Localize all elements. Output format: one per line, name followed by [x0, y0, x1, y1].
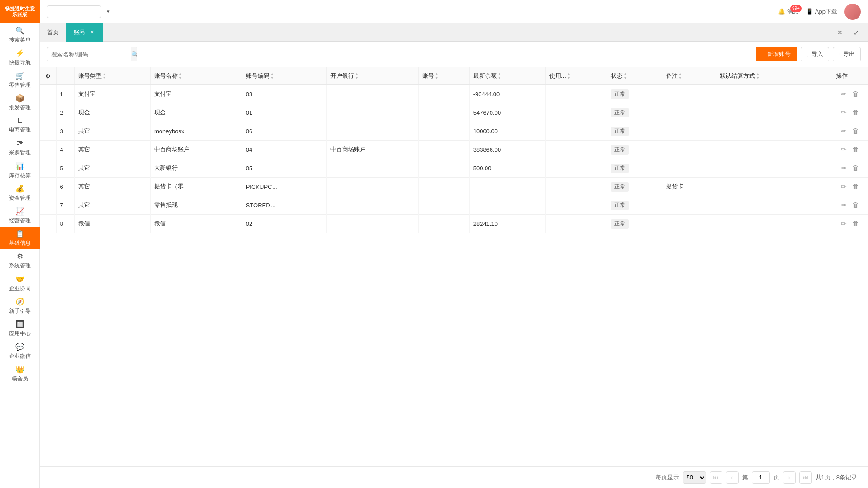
col-name[interactable]: 账号名称 ▲▼: [150, 67, 242, 85]
sort-balance[interactable]: ▲▼: [498, 72, 501, 80]
close-tab-button[interactable]: ✕: [834, 26, 846, 39]
add-account-button[interactable]: + 新增账号: [756, 47, 797, 61]
sidebar-item-wholesale-mgmt[interactable]: 📦 批发管理: [0, 91, 40, 114]
tab-controls: ✕ ⤢: [834, 26, 868, 39]
app-download-label: App下载: [815, 8, 837, 16]
sidebar-item-retail-mgmt[interactable]: 🛒 零售管理: [0, 69, 40, 91]
col-account[interactable]: 账号 ▲▼: [418, 67, 469, 85]
last-page-button[interactable]: ⏭: [799, 471, 812, 484]
row-actions: ✏ 🗑: [832, 85, 868, 103]
col-bank[interactable]: 开户银行 ▲▼: [327, 67, 419, 85]
edit-button[interactable]: ✏: [839, 126, 849, 136]
app-download-button[interactable]: 📱 App下载: [806, 8, 837, 16]
delete-button[interactable]: 🗑: [850, 182, 861, 191]
sidebar-item-member[interactable]: 👑 畅会员: [0, 362, 40, 385]
sidebar-item-inventory[interactable]: 📊 库存核算: [0, 159, 40, 182]
sidebar-item-label: 经营管理: [9, 217, 31, 225]
user-avatar[interactable]: [844, 4, 861, 20]
table-row: 3 其它 moneybosx 06 10000.00 正常 ✏ 🗑: [40, 122, 868, 141]
search-icon: 🔍: [131, 51, 137, 58]
import-button[interactable]: ↓ 导入: [801, 47, 829, 61]
sidebar-item-label: 资金管理: [9, 194, 31, 202]
sort-status[interactable]: ▲▼: [623, 72, 627, 80]
edit-button[interactable]: ✏: [839, 219, 849, 229]
delete-button[interactable]: 🗑: [850, 219, 861, 228]
search-button[interactable]: 🔍: [131, 47, 137, 61]
delete-button[interactable]: 🗑: [850, 163, 861, 173]
page-input[interactable]: [752, 471, 770, 484]
first-page-button[interactable]: ⏮: [710, 471, 722, 484]
row-remark: [662, 215, 716, 233]
sidebar-item-operations-mgmt[interactable]: 📈 经营管理: [0, 204, 40, 227]
search-input[interactable]: [47, 51, 131, 58]
topbar-search-input[interactable]: [47, 5, 101, 18]
sidebar-item-ecommerce-mgmt[interactable]: 🖥 电商管理: [0, 114, 40, 136]
edit-button[interactable]: ✏: [839, 182, 849, 192]
app-center-icon: 🔲: [15, 320, 24, 328]
next-page-button[interactable]: ›: [783, 471, 796, 484]
row-usage: [546, 159, 607, 178]
sort-account[interactable]: ▲▼: [435, 72, 439, 80]
topbar-dropdown[interactable]: ▾: [107, 8, 110, 15]
sort-remark[interactable]: ▲▼: [679, 72, 682, 80]
expand-tab-button[interactable]: ⤢: [850, 26, 863, 39]
row-code: 02: [242, 215, 326, 233]
topbar-left: ▾: [47, 5, 110, 18]
edit-button[interactable]: ✏: [839, 145, 849, 155]
sort-usage[interactable]: ▲▼: [567, 72, 571, 80]
delete-button[interactable]: 🗑: [850, 89, 861, 99]
edit-button[interactable]: ✏: [839, 200, 849, 210]
tab-account-close[interactable]: ✕: [88, 29, 95, 36]
sidebar-item-quick-nav[interactable]: ⚡ 快捷导航: [0, 46, 40, 69]
sort-code[interactable]: ▲▼: [270, 72, 274, 80]
sidebar-item-enterprise-wechat[interactable]: 💬 企业微信: [0, 340, 40, 362]
tab-home[interactable]: 首页: [40, 23, 66, 42]
sidebar-item-label: 搜索菜单: [9, 36, 31, 44]
col-usage[interactable]: 使用... ▲▼: [546, 67, 607, 85]
sidebar-item-enterprise-agreement[interactable]: 🤝 企业协同: [0, 272, 40, 295]
col-status[interactable]: 状态 ▲▼: [607, 67, 662, 85]
row-seq: 4: [56, 141, 74, 159]
row-default-settlement: [716, 159, 832, 178]
col-balance[interactable]: 最新余额 ▲▼: [469, 67, 545, 85]
sidebar-item-beginner-guide[interactable]: 🧭 新手引导: [0, 295, 40, 317]
row-seq: 8: [56, 215, 74, 233]
delete-button[interactable]: 🗑: [850, 200, 861, 210]
sidebar-item-system-mgmt[interactable]: ⚙ 系统管理: [0, 249, 40, 272]
export-label: 导出: [843, 50, 855, 58]
edit-button[interactable]: ✏: [839, 89, 849, 99]
gear-icon[interactable]: ⚙: [45, 73, 51, 80]
message-button[interactable]: 🔔 消息 99+: [778, 8, 799, 16]
sort-bank[interactable]: ▲▼: [355, 72, 359, 80]
per-page-select[interactable]: 50 100 200: [683, 471, 706, 484]
col-code[interactable]: 账号编码 ▲▼: [242, 67, 326, 85]
tab-account[interactable]: 账号 ✕: [66, 23, 103, 42]
col-default-settlement[interactable]: 默认结算方式 ▲▼: [716, 67, 832, 85]
sidebar-item-purchase-mgmt[interactable]: 🛍 采购管理: [0, 136, 40, 159]
row-actions: ✏ 🗑: [832, 122, 868, 141]
col-remark[interactable]: 备注 ▲▼: [662, 67, 716, 85]
sidebar-item-search-menu[interactable]: 🔍 搜索菜单: [0, 23, 40, 46]
sort-settlement[interactable]: ▲▼: [756, 72, 760, 80]
topbar: ▾ 🔔 消息 99+ 📱 App下载: [40, 0, 868, 23]
row-type: 微信: [74, 215, 150, 233]
row-account: [418, 196, 469, 215]
table-wrapper: ⚙ 账号类型 ▲▼ 账号名称 ▲▼: [40, 67, 868, 466]
delete-button[interactable]: 🗑: [850, 108, 861, 117]
sort-type[interactable]: ▲▼: [103, 72, 106, 80]
edit-button[interactable]: ✏: [839, 108, 849, 117]
sort-name[interactable]: ▲▼: [179, 72, 182, 80]
edit-button[interactable]: ✏: [839, 163, 849, 173]
delete-button[interactable]: 🗑: [850, 126, 861, 136]
sidebar-item-finance-mgmt[interactable]: 💰 资金管理: [0, 182, 40, 204]
row-account: [418, 103, 469, 122]
operations-icon: 📈: [15, 207, 24, 216]
export-icon: ↑: [839, 51, 842, 58]
sidebar-item-app-center[interactable]: 🔲 应用中心: [0, 317, 40, 340]
export-button[interactable]: ↑ 导出: [833, 47, 861, 61]
sidebar-item-basic-info[interactable]: 📋 基础信息: [0, 227, 40, 249]
col-type[interactable]: 账号类型 ▲▼: [74, 67, 150, 85]
delete-button[interactable]: 🗑: [850, 145, 861, 154]
status-badge: 正常: [611, 219, 629, 229]
prev-page-button[interactable]: ‹: [726, 471, 739, 484]
